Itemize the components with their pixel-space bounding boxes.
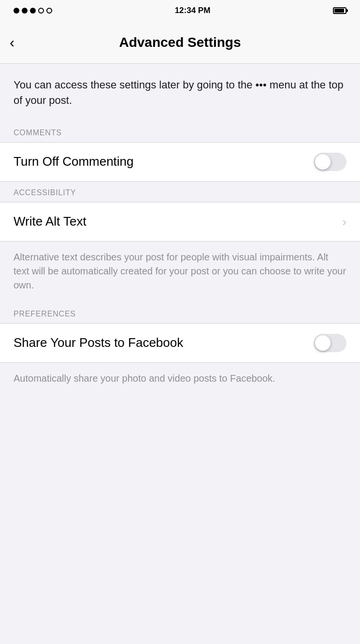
- signal-dot-1: [14, 8, 19, 14]
- status-bar: 12:34 PM: [0, 0, 360, 21]
- alt-text-description-text: Alternative text describes your post for…: [14, 250, 346, 292]
- page-title: Advanced Settings: [119, 35, 241, 50]
- alt-text-description-section: Alternative text describes your post for…: [0, 242, 360, 303]
- section-label-accessibility: ACCESSIBILITY: [14, 188, 76, 197]
- share-to-facebook-row: Share Your Posts to Facebook: [0, 324, 360, 362]
- accessibility-section-block: Write Alt Text ›: [0, 202, 360, 241]
- description-text: You can access these settings later by g…: [14, 77, 346, 108]
- navigation-bar: ‹ Advanced Settings: [0, 21, 360, 64]
- turn-off-commenting-row: Turn Off Commenting: [0, 143, 360, 181]
- turn-off-commenting-label: Turn Off Commenting: [14, 154, 134, 169]
- battery-fill: [334, 9, 344, 13]
- status-time: 12:34 PM: [175, 6, 211, 15]
- facebook-description-section: Automatically share your photo and video…: [0, 363, 360, 396]
- comments-section-block: Turn Off Commenting: [0, 143, 360, 181]
- write-alt-text-chevron-icon: ›: [342, 215, 346, 228]
- signal-dot-5: [46, 8, 52, 14]
- section-header-comments: COMMENTS: [0, 122, 360, 142]
- toggle-knob-facebook: [315, 335, 331, 351]
- preferences-section-block: Share Your Posts to Facebook: [0, 324, 360, 362]
- signal-dot-4: [38, 8, 44, 14]
- section-header-accessibility: ACCESSIBILITY: [0, 182, 360, 202]
- share-to-facebook-label: Share Your Posts to Facebook: [14, 335, 183, 350]
- toggle-knob-commenting: [315, 154, 331, 170]
- battery-icon: [333, 7, 346, 14]
- write-alt-text-row[interactable]: Write Alt Text ›: [0, 202, 360, 241]
- share-to-facebook-toggle[interactable]: [314, 334, 346, 352]
- turn-off-commenting-toggle[interactable]: [314, 153, 346, 171]
- section-header-preferences: PREFERENCES: [0, 303, 360, 323]
- section-label-comments: COMMENTS: [14, 129, 62, 137]
- battery-indicator: [333, 7, 346, 14]
- signal-dot-2: [22, 8, 28, 14]
- description-section: You can access these settings later by g…: [0, 64, 360, 122]
- write-alt-text-label: Write Alt Text: [14, 214, 86, 229]
- facebook-description-text: Automatically share your photo and video…: [14, 372, 346, 386]
- back-button[interactable]: ‹: [10, 35, 14, 50]
- signal-dot-3: [30, 8, 36, 14]
- section-label-preferences: PREFERENCES: [14, 310, 76, 318]
- signal-indicators: [14, 8, 52, 14]
